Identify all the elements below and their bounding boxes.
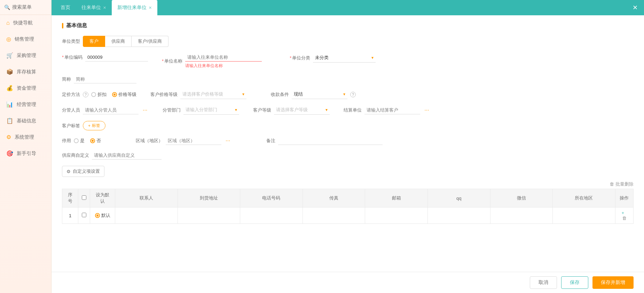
unit-category-arrow: ▾ <box>371 55 374 60</box>
cell-phone[interactable] <box>240 207 303 224</box>
region-input2[interactable] <box>559 213 609 218</box>
guide-icon: 🎯 <box>6 150 13 157</box>
unit-code-input[interactable] <box>85 53 148 62</box>
cell-fax[interactable] <box>303 207 365 224</box>
supplier-custom-group: 供应商自定义 <box>62 151 162 160</box>
sidebar-item-sales[interactable]: ◎ 销售管理 <box>0 31 51 47</box>
customer-price-arrow: ▾ <box>242 92 244 97</box>
cell-checkbox[interactable] <box>78 207 90 224</box>
type-btn-customer[interactable]: 客户 <box>83 36 105 47</box>
sidebar-item-purchase[interactable]: 🛒 采购管理 <box>0 47 51 64</box>
cell-email[interactable] <box>365 207 428 224</box>
unit-category-select[interactable]: 未分类 ▾ <box>313 53 376 63</box>
unit-info-row: *单位编码 *单位名称 请输入往来单位名称 *单位分类 未分类 ▾ <box>62 53 634 69</box>
pricing-help-icon[interactable]: ? <box>83 92 88 97</box>
radio-price-level-circle <box>112 92 117 97</box>
sidebar-item-inventory[interactable]: 📦 库存核算 <box>0 64 51 80</box>
tab-new-partner[interactable]: 新增往来单位 ✕ <box>112 0 157 15</box>
radio-yes-circle <box>74 138 79 143</box>
sidebar-item-system[interactable]: ⚙ 系统管理 <box>0 129 51 145</box>
manager-more-btn[interactable]: ··· <box>141 107 149 113</box>
customer-price-select[interactable]: 请选择客户价格等级 ▾ <box>180 90 246 99</box>
row-checkbox[interactable] <box>82 213 86 217</box>
add-tag-button[interactable]: + 标签 <box>83 121 105 130</box>
custom-settings-button[interactable]: ⚙ 自定义项设置 <box>62 166 104 177</box>
delete-row-btn[interactable]: 🗑 <box>622 215 627 221</box>
manager-group: 分管人员 ··· <box>62 106 149 114</box>
radio-no-dot <box>92 140 94 142</box>
col-region: 所在地区 <box>553 189 615 207</box>
sidebar-item-operations[interactable]: 📊 经营管理 <box>0 96 51 113</box>
col-address: 到货地址 <box>178 189 240 207</box>
sidebar-item-finance[interactable]: 💰 资金管理 <box>0 80 51 96</box>
customer-tag-label: 客户标签 <box>62 123 80 129</box>
payment-terms-help-icon[interactable]: ? <box>350 92 356 97</box>
disabled-radio-yes[interactable]: 是 <box>74 138 85 144</box>
pricing-radio-price-level[interactable]: 价格等级 <box>112 91 136 98</box>
unit-name-error: 请输入往来单位名称 <box>185 63 262 69</box>
type-btn-both[interactable]: 客户/供应商 <box>132 36 168 47</box>
wechat-input[interactable] <box>496 213 546 218</box>
region-more-btn[interactable]: ··· <box>224 138 231 144</box>
shortname-input[interactable] <box>74 75 136 83</box>
contact-table: 序号 设为默认 联系人 到货地址 电话号码 传真 邮箱 qq 微信 所在地区 操… <box>62 189 634 224</box>
cell-region[interactable] <box>553 207 615 224</box>
cell-contact[interactable] <box>115 207 178 224</box>
add-row-btn[interactable]: + <box>622 210 625 215</box>
qq-input[interactable] <box>434 213 484 218</box>
sidebar-item-quick-nav[interactable]: ⌂ 快捷导航 <box>0 15 51 31</box>
cancel-button[interactable]: 取消 <box>530 276 557 289</box>
purchase-icon: 🛒 <box>6 52 13 59</box>
disabled-radio-no[interactable]: 否 <box>90 138 101 144</box>
sidebar-item-label: 资金管理 <box>17 85 36 91</box>
custom-table-section: ⚙ 自定义项设置 🗑 批量删除 序号 设为默认 联系人 到货地址 电话号码 传真 <box>62 166 634 224</box>
email-input[interactable] <box>371 213 421 218</box>
col-email: 邮箱 <box>365 189 428 207</box>
sidebar-search-area[interactable]: 🔍 搜索菜单 <box>0 0 51 15</box>
search-menu-button[interactable]: 🔍 搜索菜单 <box>4 4 47 10</box>
manager-input[interactable] <box>83 106 139 114</box>
select-all-checkbox[interactable] <box>82 195 86 200</box>
tab-home[interactable]: 首页 <box>55 0 76 15</box>
type-btn-supplier[interactable]: 供应商 <box>105 36 132 47</box>
supplier-custom-label: 供应商自定义 <box>62 152 89 158</box>
region-input[interactable] <box>166 137 221 145</box>
sidebar-item-label: 销售管理 <box>15 36 34 42</box>
supplier-custom-input[interactable] <box>92 151 162 160</box>
col-phone: 电话号码 <box>240 189 303 207</box>
save-button[interactable]: 保存 <box>561 276 588 289</box>
settings-icon: ⚙ <box>66 169 71 174</box>
payment-terms-select[interactable]: 现结 ▾ <box>292 90 347 99</box>
customer-level-select[interactable]: 请选择客户等级 ▾ <box>274 105 330 115</box>
custom-settings-label: 自定义项设置 <box>73 168 100 174</box>
phone-input[interactable] <box>246 213 296 218</box>
sidebar-item-basic[interactable]: 📋 基础信息 <box>0 113 51 129</box>
unit-name-group: *单位名称 请输入往来单位名称 <box>162 53 262 69</box>
cell-qq[interactable] <box>427 207 490 224</box>
pricing-radio-discount[interactable]: 折扣 <box>91 91 107 98</box>
tab-partner[interactable]: 往来单位 ✕ <box>76 0 112 15</box>
settlement-input[interactable] <box>364 106 420 114</box>
fax-input[interactable] <box>309 213 359 218</box>
tab-new-partner-close[interactable]: ✕ <box>149 6 152 10</box>
cell-wechat[interactable] <box>490 207 553 224</box>
save-new-button[interactable]: 保存并新增 <box>592 276 634 289</box>
default-radio[interactable]: 默认 <box>94 212 111 219</box>
remark-input[interactable] <box>278 137 383 145</box>
cell-address[interactable] <box>178 207 240 224</box>
customer-level-arrow: ▾ <box>325 107 328 112</box>
customer-price-label: 客户价格等级 <box>150 91 178 98</box>
unit-category-group: *单位分类 未分类 ▾ <box>290 53 376 63</box>
batch-delete-button[interactable]: 🗑 批量删除 <box>62 181 634 187</box>
contact-input[interactable] <box>121 213 171 218</box>
window-close-button[interactable]: ✕ <box>630 4 641 11</box>
address-input[interactable] <box>184 213 234 218</box>
sidebar-item-guide[interactable]: 🎯 新手引导 <box>0 145 51 162</box>
unit-type-label: 单位类型 <box>62 38 80 44</box>
unit-name-input[interactable] <box>185 53 262 62</box>
unit-code-label: *单位编码 <box>62 54 83 60</box>
radio-price-level-dot <box>113 93 116 96</box>
department-select[interactable]: 请输入分管部门 ▾ <box>183 105 239 115</box>
tab-partner-close[interactable]: ✕ <box>103 6 106 10</box>
settlement-more-btn[interactable]: ··· <box>423 107 430 113</box>
